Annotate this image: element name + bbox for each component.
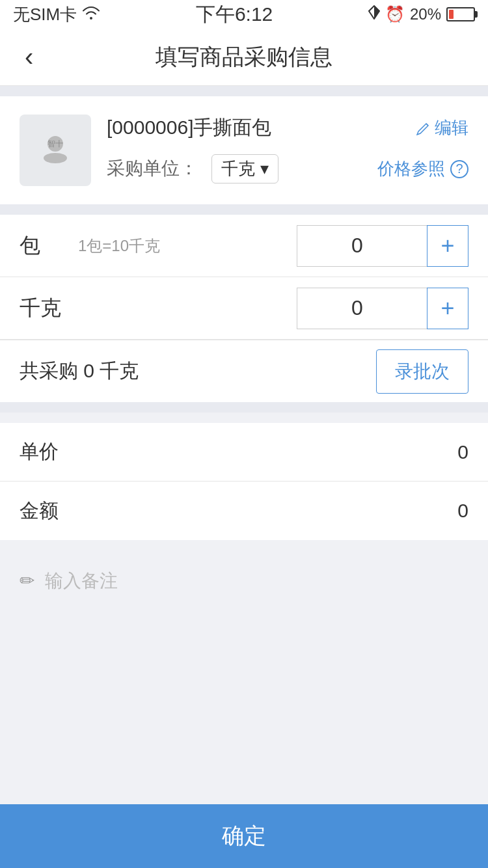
wifi-icon — [82, 5, 100, 25]
bag-input-control: + — [297, 225, 468, 267]
carrier-label: 无SIM卡 — [13, 3, 77, 26]
nav-bar: ‹ 填写商品采购信息 — [0, 29, 488, 86]
confirm-button[interactable]: 确定 — [222, 821, 266, 851]
note-section: ✏ 输入备注 — [0, 550, 488, 655]
back-button[interactable]: ‹ — [18, 36, 40, 78]
status-bar: 无SIM卡 下午6:12 ⏰ 20% — [0, 0, 488, 29]
amount-label: 金额 — [20, 498, 59, 524]
amount-row: 金额 0 — [0, 481, 488, 540]
product-image: 智十 — [20, 115, 91, 186]
unit-price-label: 单价 — [20, 439, 59, 465]
battery-percent: 20% — [410, 5, 441, 23]
amount-value: 0 — [457, 500, 468, 522]
summary-row: 共采购 0 千克 录批次 — [0, 340, 488, 402]
kg-input-row: 千克 + — [0, 277, 488, 340]
kg-label: 千克 — [20, 294, 72, 323]
edit-button[interactable]: 编辑 — [416, 116, 468, 139]
pencil-icon: ✏ — [20, 570, 34, 591]
price-ref-icon: ? — [450, 160, 468, 178]
svg-point-1 — [44, 153, 67, 163]
unit-select[interactable]: 千克 ▾ — [211, 154, 278, 183]
batch-button[interactable]: 录批次 — [376, 349, 468, 394]
bag-label: 包 — [20, 232, 72, 260]
bag-number-input[interactable] — [297, 225, 427, 267]
product-card: 智十 [0000006]手撕面包 编辑 采购单位： 千 — [0, 96, 488, 204]
battery-icon — [446, 7, 475, 21]
svg-text:智十: 智十 — [47, 139, 63, 148]
top-divider — [0, 86, 488, 96]
section-divider-1 — [0, 204, 488, 215]
kg-number-input[interactable] — [297, 288, 427, 329]
confirm-section: 确定 — [0, 804, 488, 868]
price-section: 单价 0 金额 0 — [0, 423, 488, 540]
unit-row: 采购单位： 千克 ▾ 价格参照 ? — [107, 154, 468, 183]
product-name: [0000006]手撕面包 — [107, 115, 271, 141]
bag-sub-label: 1包=10千克 — [78, 236, 297, 256]
location-icon — [368, 5, 380, 23]
unit-price-value: 0 — [457, 441, 468, 463]
kg-input-control: + — [297, 288, 468, 329]
bag-input-row: 包 1包=10千克 + — [0, 215, 488, 277]
kg-plus-button[interactable]: + — [427, 288, 468, 329]
section-divider-2 — [0, 402, 488, 413]
product-name-row: [0000006]手撕面包 编辑 — [107, 115, 468, 141]
product-info: [0000006]手撕面包 编辑 采购单位： 千克 ▾ — [107, 115, 468, 183]
note-placeholder[interactable]: 输入备注 — [45, 569, 118, 593]
price-ref-button[interactable]: 价格参照 ? — [377, 157, 468, 180]
unit-price-row: 单价 0 — [0, 423, 488, 481]
status-left: 无SIM卡 — [13, 3, 100, 26]
unit-label: 采购单位： — [107, 158, 198, 178]
summary-text: 共采购 0 千克 — [20, 358, 139, 385]
bag-plus-button[interactable]: + — [427, 225, 468, 267]
main-content: 智十 [0000006]手撕面包 编辑 采购单位： 千 — [0, 86, 488, 718]
bag-input-section: 包 1包=10千克 + 千克 + — [0, 215, 488, 340]
alarm-icon: ⏰ — [385, 5, 405, 23]
status-right: ⏰ 20% — [368, 5, 475, 23]
time-label: 下午6:12 — [196, 1, 273, 28]
page-title: 填写商品采购信息 — [156, 42, 332, 72]
